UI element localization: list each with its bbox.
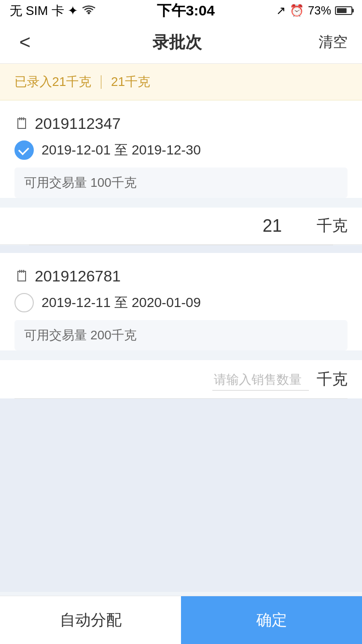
status-time: 下午3:04 <box>157 1 215 21</box>
batch-item-1: 🗒 2019112347 2019-12-01 至 2019-12-30 可用交… <box>0 100 362 198</box>
back-button[interactable]: < <box>14 27 35 58</box>
batch-2-quantity-row: 千克 <box>0 360 362 398</box>
batch-1-id: 2019112347 <box>35 115 121 133</box>
batch-1-date: 2019-12-01 至 2019-12-30 <box>42 141 201 159</box>
batch-2-header: 🗒 2019126781 <box>14 267 348 285</box>
auto-distribute-button[interactable]: 自动分配 <box>0 596 181 644</box>
batch-1-header: 🗒 2019112347 <box>14 115 348 133</box>
batch-2-unit: 千克 <box>317 369 348 390</box>
page-title: 录批次 <box>153 31 202 54</box>
batch-1-date-row: 2019-12-01 至 2019-12-30 <box>14 140 348 160</box>
empty-area <box>0 399 362 592</box>
summary-value: 21千克 <box>111 73 150 90</box>
summary-bar: 已录入21千克 21千克 <box>0 64 362 100</box>
batch-1-quantity-value: 21 <box>263 216 282 236</box>
wifi-icon <box>82 3 96 18</box>
batch-1-unit: 千克 <box>317 215 348 237</box>
batch-2-date-row: 2019-12-11 至 2020-01-09 <box>14 293 348 312</box>
batch-2-id: 2019126781 <box>35 267 121 285</box>
batch-2-available: 可用交易量 200千克 <box>14 320 348 350</box>
nav-bar: < 录批次 清空 <box>0 21 362 64</box>
svg-point-0 <box>87 12 90 14</box>
batch-2-date: 2019-12-11 至 2020-01-09 <box>42 294 201 312</box>
summary-label: 已录入21千克 <box>14 73 91 90</box>
status-right: ↗ ⏰ 73% <box>276 4 352 17</box>
status-bar: 无 SIM 卡 ✦ 下午3:04 ↗ ⏰ 73% <box>0 0 362 21</box>
no-sim-text: 无 SIM 卡 ✦ <box>10 2 78 19</box>
battery-text: 73% <box>308 4 331 17</box>
batch-1-radio[interactable] <box>14 140 34 160</box>
batch-1-available: 可用交易量 100千克 <box>14 168 348 198</box>
location-icon: ↗ <box>276 4 286 17</box>
batch-2-radio[interactable] <box>14 293 34 312</box>
battery-icon <box>335 6 352 15</box>
bottom-bar: 自动分配 确定 <box>0 596 362 644</box>
status-left: 无 SIM 卡 ✦ <box>10 2 96 19</box>
summary-divider <box>101 75 101 89</box>
doc-icon-2: 🗒 <box>14 267 30 285</box>
alarm-icon: ⏰ <box>290 4 304 17</box>
batch-item-2: 🗒 2019126781 2019-12-11 至 2020-01-09 可用交… <box>0 253 362 350</box>
batch-2-quantity-input[interactable] <box>212 368 309 391</box>
clear-button[interactable]: 清空 <box>319 32 348 52</box>
confirm-button[interactable]: 确定 <box>181 596 362 644</box>
batch-1-quantity-row: 21 千克 <box>0 208 362 245</box>
doc-icon-1: 🗒 <box>14 115 30 133</box>
section-divider <box>0 245 362 253</box>
